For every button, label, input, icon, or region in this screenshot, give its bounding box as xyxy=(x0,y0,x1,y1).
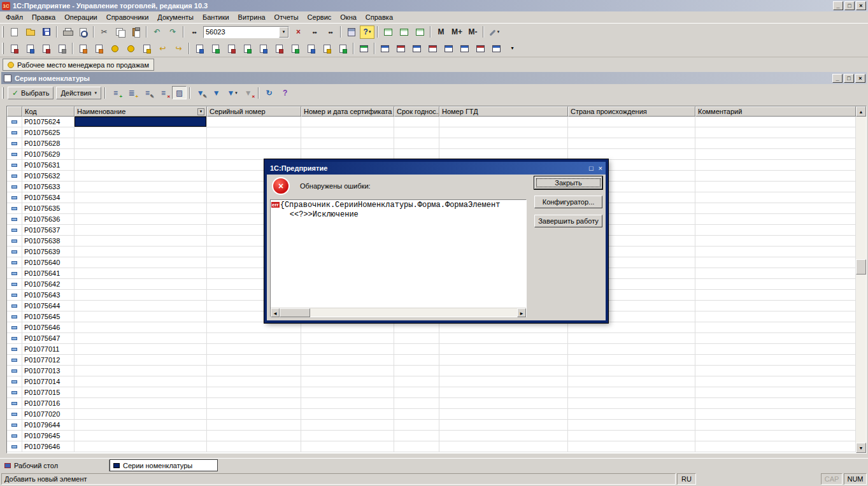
memory-subtract-icon[interactable]: М- xyxy=(466,25,480,39)
data-cell[interactable] xyxy=(75,311,207,322)
command-icon[interactable] xyxy=(23,42,38,55)
column-header[interactable]: Наименование▾ xyxy=(75,106,207,117)
data-cell[interactable] xyxy=(695,441,856,452)
data-cell[interactable] xyxy=(75,290,207,300)
data-cell[interactable] xyxy=(568,344,695,354)
list-help-icon[interactable]: ? xyxy=(278,86,292,99)
data-cell[interactable] xyxy=(75,149,207,159)
refresh-icon[interactable]: ↻ xyxy=(262,86,276,99)
data-cell[interactable] xyxy=(207,376,301,387)
open-icon[interactable] xyxy=(23,25,38,39)
data-cell[interactable] xyxy=(439,420,568,430)
command-icon[interactable] xyxy=(272,42,287,55)
code-cell[interactable]: Р01077015 xyxy=(22,387,75,397)
data-cell[interactable] xyxy=(695,409,856,419)
data-cell[interactable] xyxy=(695,225,856,235)
dialog-restore-button[interactable]: □ xyxy=(589,165,594,172)
menu-item[interactable]: Документы xyxy=(153,12,198,22)
data-cell[interactable] xyxy=(695,366,856,376)
delete-item-icon[interactable]: ≡× xyxy=(156,86,171,99)
data-cell[interactable] xyxy=(439,127,568,138)
spreadsheet-document-icon[interactable] xyxy=(381,25,395,39)
data-cell[interactable] xyxy=(695,127,856,138)
data-cell[interactable] xyxy=(439,117,568,127)
data-cell[interactable] xyxy=(207,409,301,419)
code-cell[interactable]: Р01077016 xyxy=(22,398,75,408)
edit-item-icon[interactable]: ≡✎ xyxy=(140,86,155,99)
data-cell[interactable] xyxy=(75,192,207,203)
code-cell[interactable]: Р01077013 xyxy=(22,366,75,376)
data-cell[interactable] xyxy=(695,138,856,148)
menu-item[interactable]: Правка xyxy=(27,12,60,22)
data-cell[interactable] xyxy=(695,182,856,192)
data-cell[interactable] xyxy=(695,247,856,257)
menu-item[interactable]: Операции xyxy=(60,12,101,22)
data-cell[interactable] xyxy=(394,344,439,354)
command-icon[interactable] xyxy=(457,42,472,55)
data-cell[interactable] xyxy=(207,431,301,441)
data-cell[interactable] xyxy=(394,149,439,159)
error-text-area[interactable]: err{Справочник.СерииНоменклатуры.Форма.Ф… xyxy=(270,199,527,317)
code-cell[interactable]: Р01075642 xyxy=(22,279,75,289)
data-cell[interactable] xyxy=(394,398,439,408)
command-icon[interactable] xyxy=(357,42,371,55)
find-next-icon[interactable]: ●● xyxy=(307,25,322,39)
menu-item[interactable]: Файл xyxy=(1,12,27,22)
data-cell[interactable] xyxy=(207,344,301,354)
data-cell[interactable] xyxy=(75,441,207,452)
data-cell[interactable] xyxy=(75,236,207,246)
data-cell[interactable] xyxy=(207,149,301,159)
data-cell[interactable] xyxy=(75,344,207,354)
data-cell[interactable] xyxy=(695,214,856,224)
paste-icon[interactable] xyxy=(129,25,143,39)
memory-store-icon[interactable]: М xyxy=(434,25,448,39)
data-cell[interactable] xyxy=(75,355,207,365)
code-cell[interactable]: Р01079645 xyxy=(22,431,75,441)
table-row[interactable]: Р01077013 xyxy=(7,366,856,376)
data-cell[interactable] xyxy=(568,441,695,452)
data-cell[interactable] xyxy=(75,301,207,311)
data-cell[interactable] xyxy=(207,366,301,376)
menu-item[interactable]: Отчеты xyxy=(270,12,303,22)
menu-item[interactable]: Окна xyxy=(336,12,361,22)
code-cell[interactable]: Р01079644 xyxy=(22,420,75,430)
data-cell[interactable] xyxy=(301,333,394,343)
data-cell[interactable] xyxy=(301,138,394,148)
save-icon[interactable] xyxy=(39,25,53,39)
dialog-button[interactable]: Закрыть xyxy=(534,176,602,189)
data-cell[interactable] xyxy=(75,366,207,376)
data-cell[interactable] xyxy=(439,376,568,387)
code-cell[interactable]: Р01077011 xyxy=(22,344,75,354)
data-cell[interactable] xyxy=(394,387,439,397)
child-restore-button[interactable]: □ xyxy=(844,74,854,83)
data-cell[interactable] xyxy=(75,279,207,289)
command-icon[interactable] xyxy=(92,42,106,55)
dialog-close-button[interactable]: × xyxy=(599,165,602,172)
workspace-tab[interactable]: Рабочее место менеджера по продажам xyxy=(3,59,154,71)
table-row[interactable]: Р01077014 xyxy=(7,376,856,387)
copy-icon[interactable] xyxy=(113,25,127,39)
combo-dropdown-icon[interactable]: ▾ xyxy=(279,27,288,38)
data-cell[interactable] xyxy=(568,138,695,148)
scroll-left-icon[interactable]: ◀ xyxy=(271,308,280,317)
data-cell[interactable] xyxy=(695,387,856,397)
code-cell[interactable]: Р01075628 xyxy=(22,138,75,148)
code-cell[interactable]: Р01075638 xyxy=(22,236,75,246)
data-cell[interactable] xyxy=(394,366,439,376)
code-cell[interactable]: Р01075633 xyxy=(22,182,75,192)
menu-item[interactable]: Витрина xyxy=(234,12,270,22)
table-row[interactable]: Р01075646 xyxy=(7,322,856,333)
add-item-icon[interactable]: ≡+ xyxy=(108,86,123,99)
window-tab[interactable]: Рабочий стол xyxy=(1,460,110,471)
data-cell[interactable] xyxy=(695,301,856,311)
data-cell[interactable] xyxy=(695,268,856,278)
data-cell[interactable] xyxy=(394,376,439,387)
command-icon[interactable] xyxy=(320,42,334,55)
command-icon[interactable] xyxy=(409,42,424,55)
menu-item[interactable]: Бантики xyxy=(198,12,234,22)
tools-icon[interactable]: ▾ xyxy=(487,25,501,39)
data-cell[interactable] xyxy=(568,431,695,441)
data-cell[interactable] xyxy=(301,431,394,441)
menu-item[interactable]: Справка xyxy=(361,12,397,22)
data-cell[interactable] xyxy=(394,322,439,332)
